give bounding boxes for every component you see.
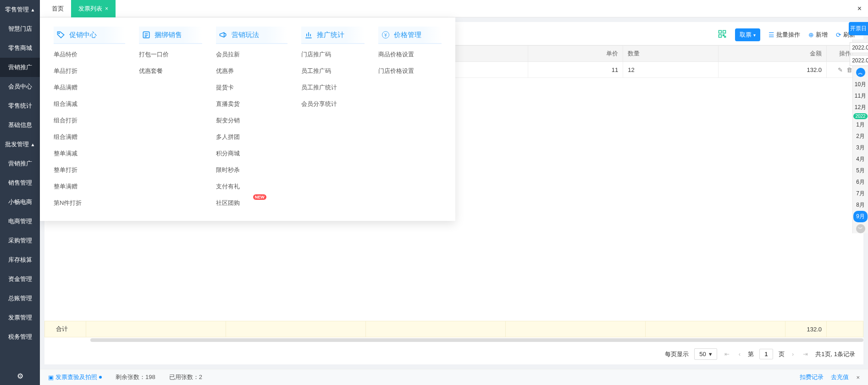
mega-item[interactable]: 优惠套餐	[139, 67, 202, 75]
sidebar-item[interactable]: 智慧门店	[0, 19, 40, 38]
mega-item[interactable]: 组合满减	[54, 100, 125, 108]
rail-month[interactable]: 5月	[853, 165, 867, 176]
mega-item[interactable]: 门店推广码	[301, 50, 365, 59]
qr-icon[interactable]	[718, 29, 727, 41]
rail-month[interactable]: 4月	[853, 154, 867, 165]
sidebar-item[interactable]: 发票管理	[0, 308, 40, 327]
sidebar-item[interactable]: 采购管理	[0, 231, 40, 250]
mega-item[interactable]: 提货卡	[216, 83, 287, 92]
mega-item[interactable]: 会员拉新	[216, 50, 287, 59]
rail-month[interactable]: 6月	[853, 176, 867, 188]
rail-month[interactable]: 1月	[853, 119, 867, 131]
sidebar-group-label: 批发管理	[5, 140, 29, 148]
mega-item[interactable]: 支付有礼	[216, 182, 287, 191]
page-input[interactable]	[759, 349, 773, 359]
footer-bar: ▣ 发票查验及拍照 剩余张数：198 已用张数：2 扣费记录 去充值 ×	[40, 369, 868, 385]
mega-item[interactable]: 打包一口价	[139, 50, 202, 59]
mega-item[interactable]: 社区团购NEW	[216, 199, 287, 207]
tab-home[interactable]: 首页	[44, 0, 71, 17]
rail-month[interactable]: 7月	[853, 188, 867, 199]
footer-close-icon[interactable]: ×	[856, 374, 860, 381]
mega-item[interactable]: 会员分享统计	[301, 100, 365, 108]
th-qty[interactable]: 数量	[623, 46, 718, 62]
sidebar-item[interactable]: 零售统计	[0, 96, 40, 116]
edit-icon[interactable]: ✎	[838, 66, 843, 73]
mega-item[interactable]: 裂变分销	[216, 116, 287, 125]
sidebar-settings[interactable]: ⚙	[0, 367, 40, 385]
mega-head: 捆绑销售	[139, 27, 202, 44]
th-price[interactable]: 单价	[528, 46, 623, 62]
deduct-link[interactable]: 扣费记录	[800, 373, 824, 381]
tab-invoice-list[interactable]: 发票列表 ×	[71, 0, 116, 17]
horizontal-scrollbar[interactable]	[44, 337, 863, 344]
rail-date-item[interactable]: 2022.0	[850, 42, 868, 53]
mega-item[interactable]: 整单打折	[54, 166, 125, 174]
rail-month[interactable]: 2月	[853, 131, 867, 142]
mega-item[interactable]: 整单满减	[54, 149, 125, 158]
chevron-down-icon: ▾	[753, 33, 756, 38]
per-page-select[interactable]: 50 ▾	[694, 348, 717, 360]
rail-month[interactable]: 10月	[853, 79, 867, 90]
mega-title: 营销玩法	[232, 31, 259, 39]
mega-item[interactable]: 商品价格设置	[378, 50, 442, 59]
sidebar-item[interactable]: 会员中心	[0, 77, 40, 96]
mega-item[interactable]: 门店价格设置	[378, 67, 442, 75]
sidebar: 零售管理 ▲ 智慧门店 零售商城 营销推广 会员中心 零售统计 基础信息 批发管…	[0, 0, 40, 385]
mega-item[interactable]: 第N件打折	[54, 199, 125, 207]
sidebar-item-active[interactable]: 营销推广	[0, 58, 40, 77]
fetch-invoice-button[interactable]: 取票 ▾	[735, 28, 760, 41]
delete-icon[interactable]: 🗑	[846, 66, 852, 73]
batch-button[interactable]: ☰ 批量操作	[768, 31, 800, 39]
sidebar-item[interactable]: 销售管理	[0, 173, 40, 192]
plus-circle-icon: ⊕	[808, 31, 814, 38]
mega-item[interactable]: 限时秒杀	[216, 166, 287, 174]
sidebar-item[interactable]: 零售商城	[0, 38, 40, 58]
sidebar-item[interactable]: 基础信息	[0, 116, 40, 135]
mega-item[interactable]: 单品打折	[54, 67, 125, 75]
th-amount[interactable]: 金额	[718, 46, 826, 62]
rail-month[interactable]: 8月	[853, 199, 867, 211]
rail-date-item[interactable]: 2022.0	[850, 55, 868, 66]
mega-item[interactable]: 积分商城	[216, 149, 287, 158]
add-button[interactable]: ⊕ 新增	[808, 31, 828, 39]
close-icon[interactable]: ×	[105, 0, 108, 17]
sidebar-item[interactable]: 库存核算	[0, 250, 40, 270]
invoice-date-button[interactable]: 开票日	[849, 22, 868, 35]
sidebar-item[interactable]: 小畅电商	[0, 192, 40, 212]
invoice-check-link[interactable]: ▣ 发票查验及拍照	[48, 373, 102, 381]
tabs-close-all[interactable]: ×	[851, 5, 868, 13]
main-area: 首页 发票列表 × × 促销中心 单品特价单品打折单品满赠组合满减组合打折组合满…	[40, 0, 868, 385]
mega-item[interactable]: 组合打折	[54, 116, 125, 125]
mega-item[interactable]: 单品特价	[54, 50, 125, 59]
mega-item[interactable]: 直播卖货	[216, 100, 287, 108]
sidebar-group-wholesale[interactable]: 批发管理 ▲	[0, 135, 40, 154]
sidebar-item[interactable]: 电商管理	[0, 212, 40, 231]
mega-col-marketing: 营销玩法 会员拉新优惠券提货卡直播卖货裂变分销多人拼团积分商城限时秒杀支付有礼社…	[216, 27, 287, 207]
rail-month[interactable]: 11月	[853, 90, 867, 102]
mega-item[interactable]: 多人拼团	[216, 133, 287, 141]
recharge-link[interactable]: 去充值	[831, 373, 849, 381]
sidebar-item[interactable]: 总账管理	[0, 289, 40, 308]
rail-month[interactable]: 9月	[853, 211, 867, 222]
mega-item[interactable]: 整单满赠	[54, 182, 125, 191]
rail-month[interactable]: 12月	[853, 102, 867, 113]
sidebar-item[interactable]: 资金管理	[0, 270, 40, 289]
sidebar-item[interactable]: 营销推广	[0, 154, 40, 173]
remain-count: 剩余张数：198	[116, 373, 155, 381]
first-page-button[interactable]: ⇤	[723, 351, 731, 358]
mega-item[interactable]: 员工推广统计	[301, 83, 365, 92]
mega-item[interactable]: 优惠券	[216, 67, 287, 75]
scroll-up-icon[interactable]: ︽	[856, 68, 865, 77]
mega-title: 捆绑销售	[155, 31, 182, 39]
mega-item[interactable]: 单品满赠	[54, 83, 125, 92]
mega-item[interactable]: 组合满赠	[54, 133, 125, 141]
sidebar-item[interactable]: 税务管理	[0, 327, 40, 346]
sidebar-group-retail[interactable]: 零售管理 ▲	[0, 0, 40, 19]
prev-page-button[interactable]: ‹	[737, 351, 742, 358]
mega-col-price: 价格管理 商品价格设置门店价格设置	[378, 27, 442, 207]
mega-item[interactable]: 员工推广码	[301, 67, 365, 75]
rail-month[interactable]: 3月	[853, 142, 867, 154]
last-page-button[interactable]: ⇥	[801, 351, 810, 358]
scroll-down-icon[interactable]: ︾	[856, 224, 865, 233]
next-page-button[interactable]: ›	[790, 351, 796, 358]
